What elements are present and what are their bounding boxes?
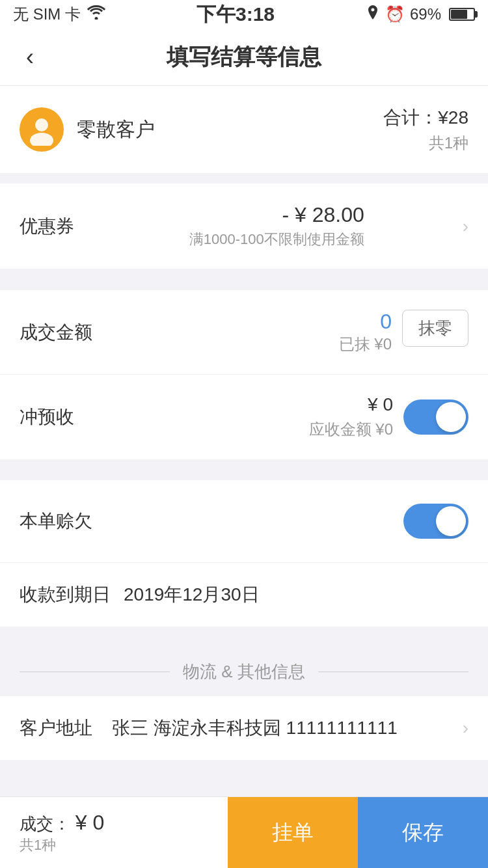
status-left: 无 SIM 卡 — [13, 4, 105, 25]
due-date-row[interactable]: 收款到期日 2019年12月30日 — [0, 563, 488, 627]
coupon-right: - ¥ 28.00 满1000-100不限制使用金额 — [189, 203, 364, 249]
coupon-row[interactable]: 优惠券 - ¥ 28.00 满1000-100不限制使用金额 › — [0, 183, 488, 269]
advance-amount-col: ¥ 0 应收金额 ¥0 — [309, 394, 393, 440]
coupon-amount: - ¥ 28.00 — [189, 203, 364, 227]
transaction-amount[interactable]: 0 — [339, 310, 392, 334]
address-label: 客户地址 — [20, 716, 92, 740]
section-divider-1 — [0, 280, 488, 290]
wifi-icon — [87, 5, 105, 23]
advance-amount: ¥ 0 — [368, 394, 393, 415]
bottom-deal-count: 共1种 — [20, 835, 208, 855]
customer-avatar — [20, 107, 64, 152]
address-row[interactable]: 客户地址 张三 海淀永丰科技园 11111111111 › — [0, 696, 488, 760]
page-title: 填写结算等信息 — [167, 42, 321, 72]
bottom-deal-line: 成交： ¥ 0 — [20, 811, 208, 835]
address-value: 张三 海淀永丰科技园 11111111111 — [112, 716, 443, 740]
logistics-divider: 物流 & 其他信息 — [0, 647, 488, 696]
advance-sub: 应收金额 ¥0 — [309, 419, 393, 440]
coupon-desc: 满1000-100不限制使用金额 — [189, 230, 364, 249]
save-button[interactable]: 保存 — [358, 797, 488, 869]
section-divider-2 — [0, 470, 488, 480]
divider-line-right — [318, 671, 468, 672]
round-button[interactable]: 抹零 — [402, 310, 468, 347]
advance-label: 冲预收 — [20, 405, 98, 429]
bottom-bar: 成交： ¥ 0 共1种 挂单 保存 — [0, 796, 488, 868]
coupon-chevron-icon: › — [463, 216, 468, 237]
hang-button[interactable]: 挂单 — [228, 797, 358, 869]
battery-percent: 69% — [410, 5, 441, 23]
transaction-section: 成交金额 0 已抹 ¥0 抹零 冲预收 ¥ 0 应收金额 ¥0 — [0, 290, 488, 459]
svg-point-0 — [35, 118, 48, 131]
due-date-label: 收款到期日 — [20, 582, 111, 607]
advance-toggle[interactable] — [403, 400, 468, 435]
divider-line-left — [20, 671, 170, 672]
address-chevron-icon: › — [463, 718, 468, 739]
alarm-icon: ⏰ — [385, 5, 405, 23]
coupon-section[interactable]: 优惠券 - ¥ 28.00 满1000-100不限制使用金额 › — [0, 183, 488, 269]
transaction-right: 0 已抹 ¥0 抹零 — [339, 310, 468, 355]
transaction-sub: 已抹 ¥0 — [339, 334, 392, 355]
due-date-value: 2019年12月30日 — [124, 582, 260, 607]
coupon-label: 优惠券 — [20, 214, 98, 239]
advance-toggle-track — [403, 400, 468, 435]
address-section[interactable]: 客户地址 张三 海淀永丰科技园 11111111111 › — [0, 696, 488, 760]
bottom-deal-amount: ¥ 0 — [75, 811, 104, 834]
debt-section: 本单赊欠 收款到期日 2019年12月30日 — [0, 480, 488, 627]
debt-row: 本单赊欠 — [0, 480, 488, 563]
advance-right: ¥ 0 应收金额 ¥0 — [98, 394, 468, 440]
section-divider-3 — [0, 637, 488, 647]
transaction-label: 成交金额 — [20, 320, 98, 345]
sim-label: 无 SIM 卡 — [13, 4, 81, 25]
total-amount: 合计：¥28 — [383, 105, 468, 130]
bottom-summary: 成交： ¥ 0 共1种 — [0, 811, 228, 855]
status-right: ⏰ 69% — [366, 5, 475, 23]
debt-toggle-thumb — [436, 506, 466, 536]
status-bar: 无 SIM 卡 下午3:18 ⏰ 69% — [0, 0, 488, 29]
customer-left: 零散客户 — [20, 107, 155, 152]
back-button[interactable]: ‹ — [20, 37, 40, 77]
status-time: 下午3:18 — [197, 1, 275, 28]
bottom-deal-label: 成交： — [20, 814, 70, 834]
transaction-row: 成交金额 0 已抹 ¥0 抹零 — [0, 290, 488, 375]
debt-label: 本单赊欠 — [20, 509, 98, 534]
content: 零散客户 合计：¥28 共1种 优惠券 - ¥ 28.00 满1000-100不… — [0, 86, 488, 848]
debt-toggle-track — [403, 504, 468, 539]
battery-icon — [449, 8, 475, 21]
customer-summary: 合计：¥28 共1种 — [383, 105, 468, 154]
location-icon — [366, 5, 380, 23]
transaction-amount-col: 0 已抹 ¥0 — [339, 310, 392, 355]
debt-toggle[interactable] — [403, 504, 468, 539]
customer-name: 零散客户 — [77, 116, 155, 143]
nav-bar: ‹ 填写结算等信息 — [0, 29, 488, 86]
advance-toggle-thumb — [436, 402, 466, 432]
logistics-label: 物流 & 其他信息 — [183, 660, 305, 683]
svg-point-1 — [30, 133, 53, 146]
customer-section: 零散客户 合计：¥28 共1种 — [0, 86, 488, 173]
advance-row: 冲预收 ¥ 0 应收金额 ¥0 — [0, 375, 488, 459]
item-count: 共1种 — [383, 133, 468, 154]
customer-row: 零散客户 合计：¥28 共1种 — [0, 86, 488, 173]
